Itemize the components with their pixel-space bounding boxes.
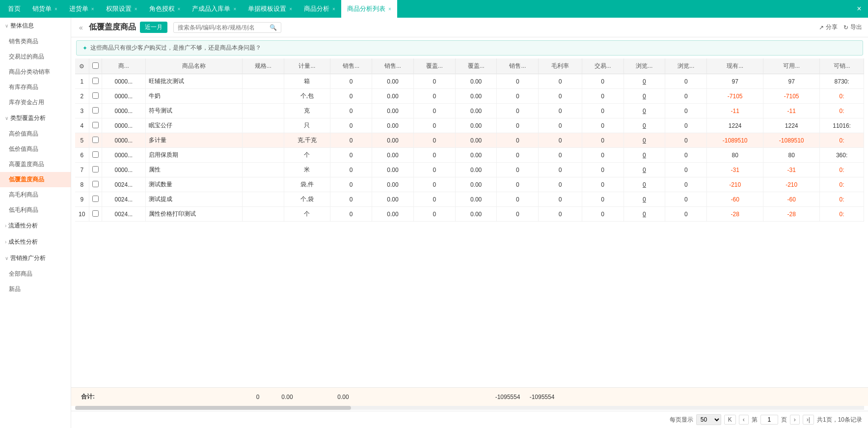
first-page-button[interactable]: K	[724, 415, 736, 425]
footer-totals: 合计: 0 0.00 0.00 -1095554 -1095554	[71, 387, 868, 406]
row-checkbox[interactable]	[92, 122, 99, 128]
row-num: 4	[75, 118, 89, 133]
row-checkbox[interactable]	[92, 210, 99, 217]
table-row: 3 0000... 符号测试 克 0 0.00 0 0.00 0 0 0 0 0…	[75, 104, 864, 118]
sidebar-item-new-goods[interactable]: 新品	[0, 282, 71, 297]
row-checkbox[interactable]	[92, 78, 99, 84]
sidebar-section-growth[interactable]: › 成长性分析	[0, 234, 71, 250]
search-icon[interactable]: 🔍	[270, 24, 277, 31]
sidebar-section-overall[interactable]: ∨ 整体信息	[0, 18, 71, 34]
row-num: 2	[75, 89, 89, 104]
row-checkbox[interactable]	[92, 196, 99, 202]
row-checkbox-cell	[89, 177, 102, 192]
close-icon[interactable]: ×	[54, 6, 57, 12]
nav-tab-permission[interactable]: 权限设置 ×	[100, 0, 143, 18]
row-checkbox[interactable]	[92, 166, 99, 172]
row-cover2: 0.00	[455, 177, 497, 192]
nav-tab-home[interactable]: 首页	[2, 0, 27, 18]
close-icon[interactable]: ×	[91, 6, 94, 12]
row-current: -60	[707, 192, 763, 207]
sidebar-item-capital[interactable]: 库存资金占用	[0, 95, 71, 110]
sidebar-item-traded-goods[interactable]: 交易过的商品	[0, 49, 71, 64]
row-num: 3	[75, 104, 89, 118]
table-col-browse1: 浏览...	[624, 58, 665, 74]
export-button[interactable]: ↻ 导出	[843, 23, 862, 31]
row-checkbox[interactable]	[92, 92, 99, 99]
row-checkbox[interactable]	[92, 137, 99, 143]
close-icon[interactable]: ×	[332, 6, 335, 12]
table-row: 6 0000... 启用保质期 个 0 0.00 0 0.00 0 0 0 0 …	[75, 148, 864, 163]
data-table-container: ⚙ 商... 商品名称 规格... 计量... 销售... 销售... 覆盖..…	[71, 58, 868, 387]
nav-tab-sales[interactable]: 销货单 ×	[27, 0, 63, 18]
last-page-button[interactable]: ›|	[803, 415, 814, 425]
table-body: 1 0000... 旺辅批次测试 箱 0 0.00 0 0.00 0 0 0 0…	[75, 74, 864, 222]
row-checkbox[interactable]	[92, 107, 99, 114]
row-browse1: 0	[624, 104, 665, 118]
nav-tab-purchase[interactable]: 进货单 ×	[63, 0, 100, 18]
sidebar-item-high-value[interactable]: 高价值商品	[0, 126, 71, 142]
row-available: -28	[763, 207, 820, 222]
row-trade: 0	[582, 104, 624, 118]
select-all-checkbox[interactable]	[92, 62, 99, 69]
period-button[interactable]: 近一月	[140, 22, 167, 33]
chevron-down-icon: ∨	[5, 23, 8, 29]
row-name: 多计量	[146, 133, 243, 148]
share-button[interactable]: ↗ 分享	[819, 23, 838, 31]
nav-tab-role[interactable]: 角色授权 ×	[143, 0, 187, 18]
row-cover2: 0.00	[455, 163, 497, 177]
settings-icon[interactable]: ⚙	[79, 63, 84, 70]
close-icon[interactable]: ×	[289, 6, 292, 12]
search-input[interactable]	[178, 24, 268, 31]
row-cover1: 0	[413, 118, 455, 133]
window-close-button[interactable]: ×	[852, 2, 866, 16]
row-available: 97	[763, 74, 820, 89]
row-available: -7105	[763, 89, 820, 104]
row-sales-amt: 0.00	[372, 148, 413, 163]
nav-tab-inventory[interactable]: 产成品入库单 ×	[186, 0, 242, 18]
close-icon[interactable]: ×	[178, 6, 181, 12]
row-name: 测试提成	[146, 192, 243, 207]
nav-tab-template[interactable]: 单据模板设置 ×	[242, 0, 298, 18]
sidebar-item-low-value[interactable]: 低价值商品	[0, 142, 71, 157]
row-cover2: 0.00	[455, 104, 497, 118]
sidebar-item-high-coverage[interactable]: 高覆盖度商品	[0, 157, 71, 172]
nav-tab-analysis[interactable]: 商品分析 ×	[298, 0, 341, 18]
row-checkbox[interactable]	[92, 181, 99, 187]
prev-page-button[interactable]: ‹	[739, 415, 749, 425]
sidebar-item-sales-goods[interactable]: 销售类商品	[0, 34, 71, 49]
row-browse1: 0	[624, 74, 665, 89]
row-gross-rate: 0	[539, 163, 582, 177]
sidebar-section-coverage[interactable]: ∨ 类型覆盖分析	[0, 110, 71, 126]
row-available: -60	[763, 192, 820, 207]
sidebar-item-high-profit[interactable]: 高毛利商品	[0, 187, 71, 202]
close-icon[interactable]: ×	[135, 6, 137, 12]
row-sellable: 0:	[820, 163, 864, 177]
row-num: 9	[75, 192, 89, 207]
close-icon[interactable]: ×	[388, 6, 391, 12]
sidebar-section-liquidity[interactable]: › 流通性分析	[0, 218, 71, 234]
sidebar-item-low-profit[interactable]: 低毛利商品	[0, 202, 71, 218]
page-size-select[interactable]: 50 10 20 100	[696, 414, 721, 425]
row-available: 80	[763, 148, 820, 163]
table-row: 2 0000... 牛奶 个,包 0 0.00 0 0.00 0 0 0 0 0…	[75, 89, 864, 104]
page-number-input[interactable]	[760, 415, 778, 425]
row-num: 6	[75, 148, 89, 163]
sidebar-item-low-coverage[interactable]: 低覆盖度商品	[0, 172, 71, 187]
collapse-sidebar-button[interactable]: «	[77, 23, 85, 32]
row-current: 80	[707, 148, 763, 163]
sidebar-item-category-rate[interactable]: 商品分类动销率	[0, 64, 71, 80]
sidebar-item-in-stock[interactable]: 有库存商品	[0, 80, 71, 95]
row-name: 眠宝公仔	[146, 118, 243, 133]
table-col-sales2: 销售...	[497, 58, 539, 74]
sidebar-item-all-goods[interactable]: 全部商品	[0, 266, 71, 282]
row-browse2: 0	[665, 192, 707, 207]
row-sales2: 0	[497, 177, 539, 192]
nav-tab-analysis-list[interactable]: 商品分析列表 ×	[341, 0, 397, 18]
row-unit: 个	[284, 148, 330, 163]
close-icon[interactable]: ×	[233, 6, 236, 12]
next-page-button[interactable]: ›	[790, 415, 800, 425]
table-col-settings[interactable]: ⚙	[75, 58, 89, 74]
row-checkbox[interactable]	[92, 151, 99, 158]
row-cover1: 0	[413, 148, 455, 163]
sidebar-section-marketing[interactable]: ∨ 营销推广分析	[0, 250, 71, 266]
